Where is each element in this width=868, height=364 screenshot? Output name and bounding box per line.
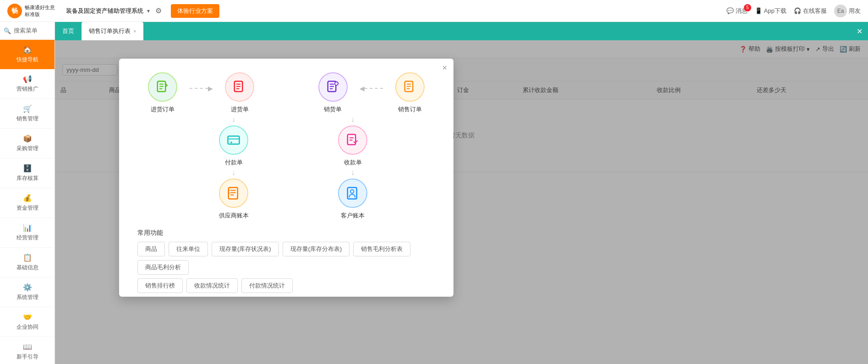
basic-info-icon: 📋 bbox=[23, 253, 32, 262]
sidebar-item-inventory[interactable]: 🗄️ 库存核算 bbox=[0, 158, 55, 188]
main-content: ❓ 帮助 🖨️ 按模板打印 ▾ ↗ 导出 🔄 刷新 bbox=[55, 40, 868, 364]
logo-area: 畅 畅康通好生意 标准版 bbox=[7, 4, 62, 18]
modal-close-btn[interactable]: × bbox=[442, 63, 447, 73]
flow-arrows-down-row: ↓ ↓ bbox=[137, 115, 435, 124]
sidebar-item-newbie[interactable]: 📖 新手引导 bbox=[0, 337, 55, 364]
sidebar-item-marketing[interactable]: 📢 营销推广 bbox=[0, 69, 55, 99]
tab-close-btn[interactable]: × bbox=[133, 28, 136, 34]
avatar: Ea bbox=[834, 5, 847, 17]
cf-btn-sales-ranking[interactable]: 销售排行榜 bbox=[137, 278, 183, 293]
system-icon: ⚙️ bbox=[23, 283, 32, 292]
svg-rect-8 bbox=[229, 188, 238, 199]
flow-row-3: 供应商账本 客户账本 bbox=[137, 179, 435, 220]
flow-node-purchase-order[interactable]: 进货订单 bbox=[137, 72, 188, 114]
newbie-icon: 📖 bbox=[23, 342, 32, 351]
cf-btn-receipt-stats[interactable]: 收款情况统计 bbox=[186, 278, 238, 293]
sidebar-item-sales[interactable]: 🛒 销售管理 bbox=[0, 99, 55, 129]
message-badge: 5 bbox=[744, 4, 751, 11]
flow-node-receipt[interactable]: 收款单 bbox=[321, 125, 385, 167]
sidebar-item-finance[interactable]: 💰 资金管理 bbox=[0, 188, 55, 218]
cf-btn-goods-margin[interactable]: 商品毛利分析 bbox=[137, 260, 189, 275]
message-icon: 💬 bbox=[726, 7, 734, 14]
modal-overlay: × 进货订单 bbox=[55, 40, 868, 364]
content-area: 首页 销售订单执行表 × ✕ ❓ 帮助 🖨️ 按模板打印 ▾ bbox=[55, 22, 868, 364]
sales-bill-icon bbox=[318, 72, 348, 102]
flow-node-payment[interactable]: 付款单 bbox=[202, 125, 266, 167]
cf-btn-goods[interactable]: 商品 bbox=[137, 242, 165, 256]
arrow-sales-order-to-bill: ◀ bbox=[360, 85, 383, 92]
search-menu-btn[interactable]: 🔍 搜索菜单 bbox=[0, 22, 55, 40]
purchase-order-icon bbox=[148, 72, 177, 102]
flow-arrows-down-row2: ↓ ↓ bbox=[137, 168, 435, 177]
settings-icon-btn[interactable]: ⚙ bbox=[155, 6, 162, 15]
flow-modal: × 进货订单 bbox=[119, 59, 453, 297]
tab-sales-order-exec[interactable]: 销售订单执行表 × bbox=[82, 22, 143, 40]
svg-rect-5 bbox=[228, 136, 240, 144]
enterprise-icon: 🤝 bbox=[23, 313, 32, 321]
flow-diagram: 进货订单 ▶ bbox=[137, 72, 435, 225]
trial-btn[interactable]: 体验行业方案 bbox=[171, 4, 219, 18]
sidebar-item-purchase[interactable]: 📦 采购管理 bbox=[0, 129, 55, 158]
svg-point-6 bbox=[230, 141, 232, 143]
svg-point-3 bbox=[334, 82, 338, 86]
sidebar-item-basic-info[interactable]: 📋 基础信息 bbox=[0, 248, 55, 277]
flow-node-sales-order[interactable]: 销售订单 bbox=[385, 72, 435, 114]
supplier-ledger-icon bbox=[219, 179, 248, 208]
flow-node-customer-ledger[interactable]: 客户账本 bbox=[321, 179, 385, 220]
payment-icon bbox=[219, 125, 248, 155]
inventory-icon: 🗄️ bbox=[23, 164, 32, 173]
receipt-icon bbox=[338, 125, 367, 155]
cf-btn-stock-status[interactable]: 现存量(库存状况表) bbox=[212, 242, 279, 256]
app-download-btn[interactable]: 📱 App下载 bbox=[755, 7, 786, 15]
cf-buttons-row2: 销售排行榜 收款情况统计 付款情况统计 bbox=[137, 278, 435, 293]
customer-ledger-icon bbox=[338, 179, 367, 208]
flow-node-sales-bill[interactable]: 销货单 bbox=[308, 72, 358, 114]
sidebar-item-quick-nav[interactable]: 🏠 快捷导航 bbox=[0, 40, 55, 69]
cf-btn-partner[interactable]: 往来单位 bbox=[169, 242, 208, 256]
close-all-tabs-btn[interactable]: ✕ bbox=[857, 27, 863, 36]
sidebar-item-operations[interactable]: 📊 经营管理 bbox=[0, 218, 55, 248]
svg-rect-7 bbox=[348, 135, 356, 145]
logo-text: 畅康通好生意 标准版 bbox=[25, 4, 55, 17]
service-icon: 🎧 bbox=[794, 7, 801, 14]
sales-icon: 🛒 bbox=[23, 104, 32, 113]
sidebar: 🔍 搜索菜单 🏠 快捷导航 📢 营销推广 🛒 销售管理 📦 采购管理 🗄️ 库存… bbox=[0, 22, 55, 364]
sidebar-item-system[interactable]: ⚙️ 系统管理 bbox=[0, 277, 55, 307]
tab-bar: 首页 销售订单执行表 × ✕ bbox=[55, 22, 868, 40]
svg-point-10 bbox=[350, 190, 354, 194]
main-layout: 🔍 搜索菜单 🏠 快捷导航 📢 营销推广 🛒 销售管理 📦 采购管理 🗄️ 库存… bbox=[0, 22, 868, 364]
cf-buttons: 商品 往来单位 现存量(库存状况表) 现存量(库存分布表) 销售毛利分析表 商品… bbox=[137, 242, 435, 275]
tab-home[interactable]: 首页 bbox=[55, 22, 82, 40]
logo-icon: 畅 bbox=[7, 4, 22, 18]
arrow-purchase-order-to-bill: ▶ bbox=[190, 85, 213, 92]
system-name: 装备及固定资产辅助管理系统 bbox=[66, 7, 143, 15]
sales-order-icon bbox=[395, 72, 425, 102]
cf-title: 常用功能 bbox=[137, 229, 435, 237]
header-right: 💬 消息 5 📱 App下载 🎧 在线客服 Ea 用友 bbox=[726, 5, 861, 17]
flow-node-supplier-ledger[interactable]: 供应商账本 bbox=[202, 179, 266, 220]
download-icon: 📱 bbox=[755, 7, 762, 14]
finance-icon: 💰 bbox=[23, 194, 32, 202]
home-icon: 🏠 bbox=[23, 45, 32, 54]
sidebar-item-enterprise[interactable]: 🤝 企业协同 bbox=[0, 307, 55, 337]
purchase-icon: 📦 bbox=[23, 134, 32, 143]
user-menu[interactable]: Ea 用友 bbox=[834, 5, 861, 17]
search-icon: 🔍 bbox=[4, 27, 11, 34]
message-btn[interactable]: 💬 消息 5 bbox=[726, 7, 748, 15]
modal-body: 进货订单 ▶ bbox=[119, 59, 453, 297]
common-functions: 常用功能 商品 往来单位 现存量(库存状况表) 现存量(库存分布表) 销售毛利分… bbox=[137, 229, 435, 293]
online-service-btn[interactable]: 🎧 在线客服 bbox=[794, 7, 827, 15]
operations-icon: 📊 bbox=[23, 223, 32, 232]
top-header: 畅 畅康通好生意 标准版 装备及固定资产辅助管理系统 ▾ ⚙ 体验行业方案 💬 … bbox=[0, 0, 868, 22]
cf-btn-stock-dist[interactable]: 现存量(库存分布表) bbox=[283, 242, 350, 256]
system-title: 装备及固定资产辅助管理系统 ▾ ⚙ 体验行业方案 bbox=[66, 4, 726, 18]
system-dropdown-btn[interactable]: ▾ bbox=[147, 8, 150, 14]
cf-btn-payment-stats[interactable]: 付款情况统计 bbox=[241, 278, 293, 293]
flow-row-1: 进货订单 ▶ bbox=[137, 72, 435, 114]
flow-node-purchase-bill[interactable]: 进货单 bbox=[215, 72, 265, 114]
purchase-bill-icon bbox=[225, 72, 254, 102]
cf-btn-sales-margin[interactable]: 销售毛利分析表 bbox=[353, 242, 410, 256]
marketing-icon: 📢 bbox=[23, 75, 32, 83]
flow-row-2: 付款单 收款单 bbox=[137, 125, 435, 167]
